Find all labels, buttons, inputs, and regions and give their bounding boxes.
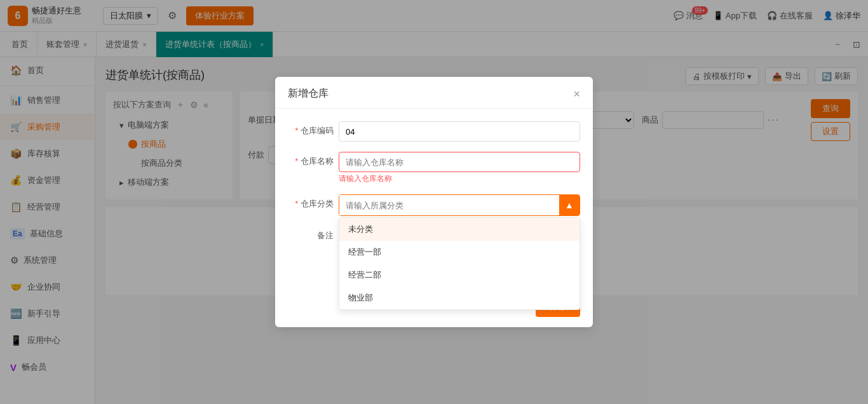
code-control <box>339 121 580 142</box>
modal-close-icon[interactable]: × <box>573 88 580 100</box>
modal-title: 新增仓库 <box>288 87 329 100</box>
category-dropdown: 未分类 经营一部 经营二部 物业部 <box>339 217 580 310</box>
name-row: 仓库名称 请输入仓库名称 <box>288 152 580 184</box>
name-control: 请输入仓库名称 <box>339 152 580 184</box>
code-row: 仓库编码 <box>288 121 580 142</box>
code-label: 仓库编码 <box>288 121 339 137</box>
modal-add-warehouse: 新增仓库 × 仓库编码 仓库名称 请输入仓库名称 仓库分类 <box>275 77 593 327</box>
dropdown-item-0[interactable]: 未分类 <box>339 218 580 241</box>
category-control: ▲ 未分类 经营一部 经营二部 物业部 <box>339 194 580 216</box>
dropdown-item-2[interactable]: 经营二部 <box>339 264 580 286</box>
category-toggle-icon[interactable]: ▲ <box>559 195 580 215</box>
name-input[interactable] <box>339 152 580 172</box>
name-error-msg: 请输入仓库名称 <box>339 173 580 184</box>
category-row: 仓库分类 ▲ 未分类 经营一部 经营二部 物业部 <box>288 194 580 216</box>
category-input[interactable] <box>339 195 559 215</box>
remark-label: 备注 <box>288 226 339 241</box>
code-input[interactable] <box>339 121 580 142</box>
modal-backdrop[interactable]: 新增仓库 × 仓库编码 仓库名称 请输入仓库名称 仓库分类 <box>0 0 868 404</box>
modal-body: 仓库编码 仓库名称 请输入仓库名称 仓库分类 ▲ <box>275 109 593 289</box>
category-input-row: ▲ <box>339 194 580 216</box>
dropdown-item-3[interactable]: 物业部 <box>339 286 580 309</box>
modal-header: 新增仓库 × <box>275 77 593 109</box>
dropdown-item-1[interactable]: 经营一部 <box>339 241 580 264</box>
category-label: 仓库分类 <box>288 194 339 210</box>
name-label: 仓库名称 <box>288 152 339 167</box>
